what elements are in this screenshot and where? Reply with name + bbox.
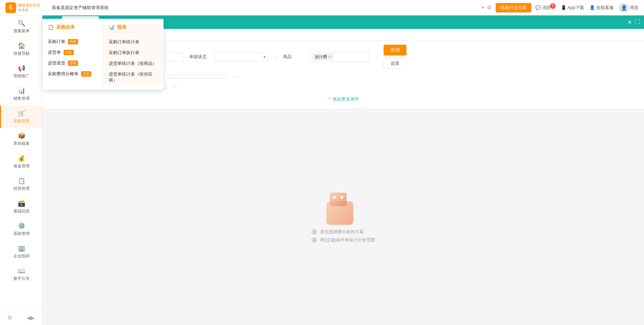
sidebar-item-sales-label: 销售管理: [13, 96, 30, 101]
basic-icon: 🗃️: [18, 200, 25, 207]
sidebar-item-inventory-label: 库存核算: [13, 141, 30, 147]
tab-bar-close-icon[interactable]: ✕: [628, 19, 632, 26]
purchase-col-icon: 📋: [48, 25, 53, 30]
user-btn[interactable]: 👤 用友: [619, 3, 639, 12]
sidebar-item-funds-label: 资金管理: [13, 163, 30, 169]
history-badge-0[interactable]: 历史: [68, 39, 78, 44]
sidebar-item-enterprise-label: 企业协同: [13, 253, 30, 259]
dropdown-item-report-1-label: 采购订单执行表: [109, 50, 139, 56]
funds-icon: 💰: [18, 155, 25, 162]
sidebar-item-funds[interactable]: 💰 资金管理: [0, 151, 42, 173]
online-service-btn[interactable]: 👤 在线客服: [589, 5, 614, 11]
title-controls: ▾ ⚙: [482, 4, 492, 11]
history-badge-1[interactable]: 历史: [64, 50, 74, 55]
robot-head: [330, 193, 347, 206]
goods-tag: 设计费 ×: [312, 53, 333, 60]
collapse-icon: ⌃: [328, 97, 331, 102]
settings-icon[interactable]: ⚙: [487, 4, 492, 11]
goods-dots[interactable]: ···: [374, 54, 378, 59]
tab-bar-right: ✕ ⛶: [628, 19, 644, 26]
sidebar-item-basic[interactable]: 🗃️ 基础信息: [0, 196, 42, 218]
user-avatar: 👤: [619, 3, 629, 12]
goods-label: 商品: [283, 54, 303, 60]
system-title: 装备及固定资产辅助管理系统: [52, 5, 478, 11]
empty-tips: 1 请先选择要分析的方案 2 用[过滤]条件来缩小分析范围: [311, 229, 375, 243]
goods-tag-close[interactable]: ×: [328, 54, 331, 59]
msg-badge: 6: [550, 3, 556, 9]
tab-bar-expand-icon[interactable]: ⛶: [635, 19, 640, 25]
sidebar: 🔍 搜索菜单 🏠 快捷导航 📢 营销推广 📊 销售管理 🛒 采购管理 📦: [0, 15, 42, 325]
collapse-sidebar-icon[interactable]: ◀▶: [27, 315, 35, 321]
sidebar-item-quick-label: 快捷导航: [13, 51, 30, 56]
sidebar-item-purchase[interactable]: 🛒 采购管理: [0, 106, 42, 128]
marketing-icon: 📢: [18, 65, 25, 72]
empty-state: 1 请先选择要分析的方案 2 用[过滤]条件来缩小分析范围: [311, 191, 375, 243]
dropdown-item-report-2-label: 进货单统计表（按商品）: [109, 60, 157, 67]
app-download-btn[interactable]: 📱 App下载: [561, 5, 584, 11]
service-icon: 👤: [589, 5, 595, 10]
settings-bottom-icon[interactable]: ⚙: [7, 315, 12, 321]
top-bar: 6 畅捷通好生意 标准版 装备及固定资产辅助管理系统 ▾ ⚙ 体验行业方案 💬 …: [0, 0, 644, 15]
robot-eye-left: [333, 196, 336, 199]
search-btn[interactable]: 查询: [384, 45, 406, 55]
sidebar-item-purchase-label: 采购管理: [13, 118, 30, 124]
sidebar-item-ops[interactable]: 📋 经营管理: [0, 173, 42, 196]
app-icon: 📱: [561, 5, 566, 10]
purchase-col-title-label: 采购业务: [56, 24, 75, 30]
industry-btn[interactable]: 体验行业方案: [496, 3, 531, 12]
system-icon: ⚙️: [18, 222, 25, 230]
voucher-status-dots[interactable]: ···: [274, 54, 278, 59]
tip-num-1: 1: [311, 229, 317, 235]
logo-badge: 标准版: [18, 8, 40, 12]
sales-icon: 📊: [18, 87, 25, 94]
logo-text: 畅捷通好生意: [18, 3, 40, 7]
sidebar-item-search-label: 搜索菜单: [13, 28, 30, 34]
empty-tip-1: 1 请先选择要分析的方案: [311, 229, 375, 235]
message-icon: 💬: [535, 5, 541, 10]
collapse-btn[interactable]: ⌃ 收起更多条件: [48, 93, 639, 105]
customer-dots[interactable]: ···: [173, 85, 177, 90]
dropdown-item-purchase-order[interactable]: 采购订单 历史: [48, 36, 98, 47]
tip-num-2: 2: [311, 237, 317, 243]
content-main: 1 请先选择要分析的方案 2 用[过滤]条件来缩小分析范围: [42, 109, 644, 325]
report-col-title: 📊 报表: [109, 24, 158, 33]
dropdown-item-report-3[interactable]: 进货单统计表（按供应商）: [109, 69, 158, 86]
sidebar-item-system-label: 系统管理: [13, 231, 30, 237]
ops-icon: 📋: [18, 177, 25, 185]
sidebar-item-guide-label: 新手引导: [13, 276, 30, 282]
salesperson-input[interactable]: [167, 75, 228, 78]
history-badge-3[interactable]: 历史: [81, 71, 91, 77]
sidebar-item-inventory[interactable]: 📦 库存核算: [0, 128, 42, 151]
sidebar-bottom: ⚙ ◀▶: [0, 310, 42, 325]
voucher-status-select[interactable]: [215, 53, 269, 61]
sidebar-item-sales[interactable]: 📊 销售管理: [0, 83, 42, 106]
sidebar-item-marketing-label: 营销推广: [13, 73, 30, 79]
sidebar-item-system[interactable]: ⚙️ 系统管理: [0, 218, 42, 241]
dropdown-item-report-1[interactable]: 采购订单执行表: [109, 47, 158, 58]
sidebar-item-enterprise[interactable]: 🏢 企业协同: [0, 241, 42, 263]
voucher-status-label: 单据状态: [189, 54, 209, 60]
sidebar-item-search[interactable]: 🔍 搜索菜单: [0, 15, 42, 38]
messages-btn[interactable]: 💬 消息 6: [535, 5, 556, 11]
title-dropdown-icon[interactable]: ▾: [482, 5, 484, 10]
dropdown-item-purchase-order-label: 采购订单: [48, 39, 65, 45]
dropdown-item-report-2[interactable]: 进货单统计表（按商品）: [109, 58, 158, 69]
guide-icon: 📖: [18, 267, 25, 275]
logo-icon: 6: [5, 2, 16, 13]
empty-tip-2: 2 用[过滤]条件来缩小分析范围: [311, 237, 375, 243]
sidebar-item-quick[interactable]: 🏠 快捷导航: [0, 38, 42, 60]
dropdown-item-report-0[interactable]: 采购订单统计表: [109, 37, 158, 47]
setting-btn[interactable]: 设置: [384, 58, 406, 69]
dropdown-item-purchase-return[interactable]: 进货退货 历史: [48, 58, 98, 69]
salesperson-dots[interactable]: ···: [233, 74, 237, 79]
goods-input[interactable]: 设计费 ×: [309, 52, 369, 62]
history-badge-2[interactable]: 历史: [68, 60, 78, 66]
sidebar-item-guide[interactable]: 📖 新手引导: [0, 263, 42, 286]
dropdown-item-purchase-fee[interactable]: 采购费用分摊单 历史: [48, 69, 98, 79]
sidebar-item-marketing[interactable]: 📢 营销推广: [0, 60, 42, 83]
btn-group: 查询 设置: [384, 45, 406, 69]
logo-area: 6 畅捷通好生意 标准版: [5, 2, 48, 13]
purchase-icon: 🛒: [18, 110, 25, 117]
dropdown-item-purchase-stock[interactable]: 进货单 历史: [48, 47, 98, 58]
dropdown-item-purchase-fee-label: 采购费用分摊单: [48, 71, 78, 77]
